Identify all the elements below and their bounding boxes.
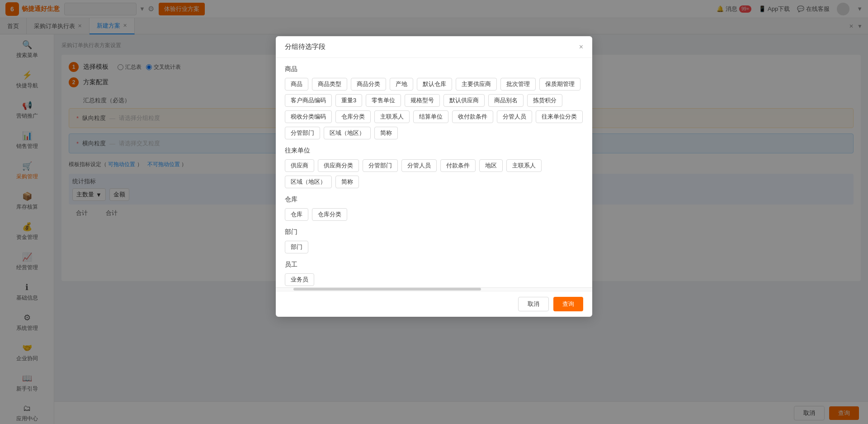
- section-warehouse: 仓库仓库仓库分类: [285, 195, 583, 221]
- section-title-warehouse: 仓库: [285, 195, 583, 204]
- field-tag-department-0[interactable]: 部门: [285, 241, 308, 253]
- field-tag-partner-3[interactable]: 分管人员: [401, 159, 437, 172]
- field-tag-product-24[interactable]: 简称: [374, 127, 398, 139]
- section-partner: 往来单位供应商供应商分类分管部门分管人员付款条件地区主联系人区域（地区）简称: [285, 147, 583, 188]
- field-tag-product-15[interactable]: 税收分类编码: [285, 110, 332, 123]
- field-tag-partner-6[interactable]: 主联系人: [506, 159, 542, 172]
- field-tag-partner-2[interactable]: 分管部门: [363, 159, 398, 172]
- field-tag-partner-5[interactable]: 地区: [479, 159, 503, 172]
- field-tag-product-22[interactable]: 分管部门: [285, 127, 320, 139]
- field-tag-partner-1[interactable]: 供应商分类: [318, 159, 359, 172]
- field-tag-product-7[interactable]: 保质期管理: [539, 78, 580, 91]
- field-tag-partner-4[interactable]: 付款条件: [440, 159, 476, 172]
- section-department: 部门部门: [285, 228, 583, 253]
- modal-header: 分组待选字段 ×: [276, 36, 592, 58]
- modal-footer: 取消 查询: [276, 291, 592, 317]
- field-tag-product-19[interactable]: 收付款条件: [452, 110, 493, 123]
- field-tags-partner: 供应商供应商分类分管部门分管人员付款条件地区主联系人区域（地区）简称: [285, 159, 583, 188]
- field-tag-product-17[interactable]: 主联系人: [374, 110, 410, 123]
- field-tags-warehouse: 仓库仓库分类: [285, 208, 583, 221]
- modal-body: 商品商品商品类型商品分类产地默认仓库主要供应商批次管理保质期管理客户商品编码重量…: [276, 58, 592, 287]
- field-tag-product-10[interactable]: 零售单位: [366, 94, 401, 107]
- section-title-department: 部门: [285, 228, 583, 236]
- section-product: 商品商品商品类型商品分类产地默认仓库主要供应商批次管理保质期管理客户商品编码重量…: [285, 65, 583, 139]
- field-tags-employee: 业务员: [285, 273, 583, 286]
- section-title-product: 商品: [285, 65, 583, 73]
- field-tag-product-6[interactable]: 批次管理: [500, 78, 536, 91]
- field-tag-product-8[interactable]: 客户商品编码: [285, 94, 332, 107]
- cancel-button[interactable]: 取消: [518, 297, 549, 311]
- field-tag-product-14[interactable]: 拣货积分: [527, 94, 562, 107]
- modal-horizontal-scrollbar: [276, 287, 592, 291]
- field-tags-product: 商品商品类型商品分类产地默认仓库主要供应商批次管理保质期管理客户商品编码重量3零…: [285, 78, 583, 139]
- field-tag-product-1[interactable]: 商品类型: [312, 78, 347, 91]
- field-tag-product-2[interactable]: 商品分类: [351, 78, 386, 91]
- field-tag-product-3[interactable]: 产地: [390, 78, 413, 91]
- field-tags-department: 部门: [285, 241, 583, 253]
- field-tag-warehouse-1[interactable]: 仓库分类: [312, 208, 347, 221]
- modal-close-button[interactable]: ×: [579, 43, 583, 51]
- field-tag-product-18[interactable]: 结算单位: [413, 110, 448, 123]
- section-title-partner: 往来单位: [285, 147, 583, 155]
- field-tag-product-13[interactable]: 商品别名: [488, 94, 524, 107]
- field-tag-warehouse-0[interactable]: 仓库: [285, 208, 308, 221]
- modal-overlay: 分组待选字段 × 商品商品商品类型商品分类产地默认仓库主要供应商批次管理保质期管…: [0, 0, 868, 424]
- modal-title: 分组待选字段: [285, 43, 326, 51]
- field-tag-product-9[interactable]: 重量3: [335, 94, 362, 107]
- field-tag-product-5[interactable]: 主要供应商: [456, 78, 497, 91]
- field-select-modal: 分组待选字段 × 商品商品商品类型商品分类产地默认仓库主要供应商批次管理保质期管…: [276, 36, 592, 317]
- field-tag-partner-0[interactable]: 供应商: [285, 159, 314, 172]
- field-tag-product-23[interactable]: 区域（地区）: [324, 127, 371, 139]
- field-tag-product-12[interactable]: 默认供应商: [443, 94, 485, 107]
- field-tag-product-11[interactable]: 规格型号: [405, 94, 440, 107]
- field-tag-partner-7[interactable]: 区域（地区）: [285, 176, 332, 188]
- field-tag-product-16[interactable]: 仓库分类: [335, 110, 371, 123]
- section-title-employee: 员工: [285, 261, 583, 269]
- field-tag-product-20[interactable]: 分管人员: [497, 110, 532, 123]
- modal-hscroll-thumb: [293, 288, 481, 291]
- field-tag-product-4[interactable]: 默认仓库: [417, 78, 452, 91]
- field-tag-product-0[interactable]: 商品: [285, 78, 308, 91]
- field-tag-partner-8[interactable]: 简称: [335, 176, 359, 188]
- confirm-button[interactable]: 查询: [553, 297, 583, 311]
- section-employee: 员工业务员: [285, 261, 583, 286]
- field-tag-employee-0[interactable]: 业务员: [285, 273, 314, 286]
- field-tag-product-21[interactable]: 往来单位分类: [536, 110, 583, 123]
